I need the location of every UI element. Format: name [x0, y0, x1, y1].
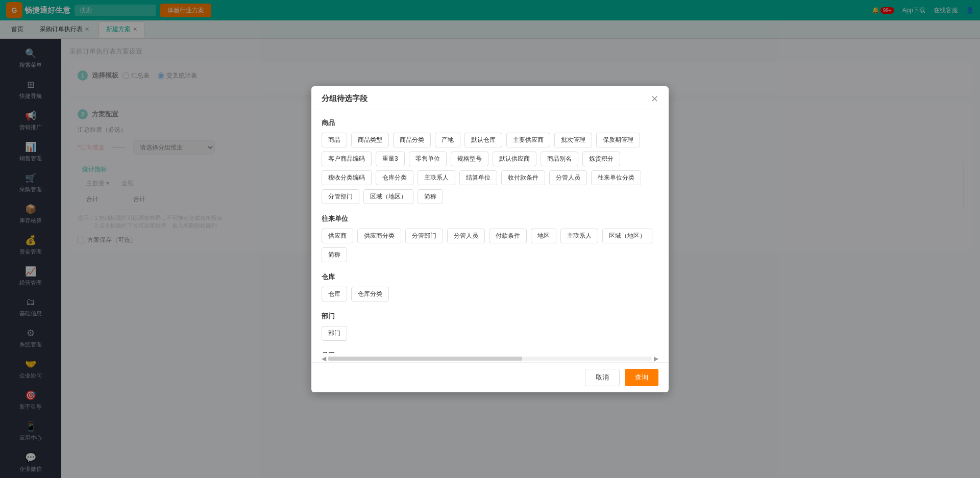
field-tag-goods-16[interactable]: 税收分类编码	[322, 170, 372, 185]
field-tag-partner-7[interactable]: 主联系人	[560, 229, 598, 243]
field-tags-warehouse: 仓库 仓库分类	[322, 287, 658, 301]
field-section-partner: 往来单位 供应商 供应商分类 分管部门 分管人员 付款条件 地区 主联系人 区域…	[322, 214, 658, 262]
field-tag-partner-6[interactable]: 地区	[531, 229, 556, 243]
field-tag-partner-9[interactable]: 简称	[322, 247, 347, 262]
field-tag-goods-2[interactable]: 商品类型	[351, 133, 389, 147]
section-title-partner: 往来单位	[322, 214, 658, 223]
field-tag-warehouse-2[interactable]: 仓库分类	[351, 287, 389, 301]
modal-confirm-btn[interactable]: 查询	[625, 369, 658, 386]
modal-hscroll-area: ◀ ▶	[311, 353, 669, 362]
field-section-warehouse: 仓库 仓库 仓库分类	[322, 272, 658, 301]
field-tag-goods-8[interactable]: 保质期管理	[596, 133, 640, 147]
field-tag-dept-1[interactable]: 部门	[322, 326, 347, 341]
modal-footer: 取消 查询	[311, 362, 669, 392]
section-title-warehouse: 仓库	[322, 272, 658, 282]
field-tag-partner-3[interactable]: 分管部门	[405, 229, 443, 243]
hscroll-track	[328, 357, 652, 361]
field-tag-warehouse-1[interactable]: 仓库	[322, 287, 347, 301]
field-tag-goods-14[interactable]: 商品别名	[541, 152, 578, 166]
scroll-right-arrow[interactable]: ▶	[654, 355, 658, 362]
field-tag-goods-19[interactable]: 结算单位	[459, 170, 497, 185]
modal-overlay: 分组待选字段 ✕ 商品 商品 商品类型 商品分类 产地 默认仓库 主要供应商 批…	[0, 0, 980, 478]
field-tag-partner-4[interactable]: 分管人员	[447, 229, 485, 243]
field-tag-goods-1[interactable]: 商品	[322, 133, 347, 147]
field-tag-goods-7[interactable]: 批次管理	[554, 133, 592, 147]
field-tag-goods-12[interactable]: 规格型号	[451, 152, 488, 166]
field-tag-partner-2[interactable]: 供应商分类	[357, 229, 401, 243]
modal-body: 商品 商品 商品类型 商品分类 产地 默认仓库 主要供应商 批次管理 保质期管理…	[311, 110, 669, 353]
field-tag-goods-18[interactable]: 主联系人	[418, 170, 455, 185]
field-tag-goods-20[interactable]: 收付款条件	[501, 170, 545, 185]
field-tag-goods-22[interactable]: 往来单位分类	[591, 170, 641, 185]
field-tag-goods-11[interactable]: 零售单位	[409, 152, 447, 166]
field-tag-goods-17[interactable]: 仓库分类	[376, 170, 413, 185]
field-tags-partner: 供应商 供应商分类 分管部门 分管人员 付款条件 地区 主联系人 区域（地区） …	[322, 229, 658, 262]
section-title-dept: 部门	[322, 312, 658, 321]
modal: 分组待选字段 ✕ 商品 商品 商品类型 商品分类 产地 默认仓库 主要供应商 批…	[311, 86, 669, 392]
scroll-left-arrow[interactable]: ◀	[322, 355, 326, 362]
field-tag-goods-6[interactable]: 主要供应商	[506, 133, 550, 147]
field-tag-partner-1[interactable]: 供应商	[322, 229, 353, 243]
modal-close-btn[interactable]: ✕	[651, 93, 658, 105]
field-section-goods: 商品 商品 商品类型 商品分类 产地 默认仓库 主要供应商 批次管理 保质期管理…	[322, 118, 658, 204]
field-tag-goods-3[interactable]: 商品分类	[393, 133, 431, 147]
field-tag-goods-21[interactable]: 分管人员	[549, 170, 587, 185]
field-tag-partner-5[interactable]: 付款条件	[489, 229, 527, 243]
field-tags-goods: 商品 商品类型 商品分类 产地 默认仓库 主要供应商 批次管理 保质期管理 客户…	[322, 133, 658, 204]
modal-title: 分组待选字段	[322, 94, 368, 104]
modal-header: 分组待选字段 ✕	[311, 86, 669, 110]
field-tag-goods-13[interactable]: 默认供应商	[493, 152, 536, 166]
field-tag-goods-24[interactable]: 区域（地区）	[363, 189, 413, 204]
section-title-goods: 商品	[322, 118, 658, 128]
field-tag-goods-4[interactable]: 产地	[435, 133, 460, 147]
field-tag-goods-9[interactable]: 客户商品编码	[322, 152, 372, 166]
field-tag-goods-25[interactable]: 简称	[418, 189, 443, 204]
modal-cancel-btn[interactable]: 取消	[585, 369, 620, 386]
field-tag-goods-10[interactable]: 重量3	[376, 152, 405, 166]
field-tag-goods-5[interactable]: 默认仓库	[464, 133, 502, 147]
field-tags-dept: 部门	[322, 326, 658, 341]
hscroll-thumb	[328, 357, 522, 361]
field-tag-partner-8[interactable]: 区域（地区）	[602, 229, 652, 243]
field-section-dept: 部门 部门	[322, 312, 658, 341]
field-tag-goods-15[interactable]: 炼货积分	[582, 152, 620, 166]
field-tag-goods-23[interactable]: 分管部门	[322, 189, 359, 204]
